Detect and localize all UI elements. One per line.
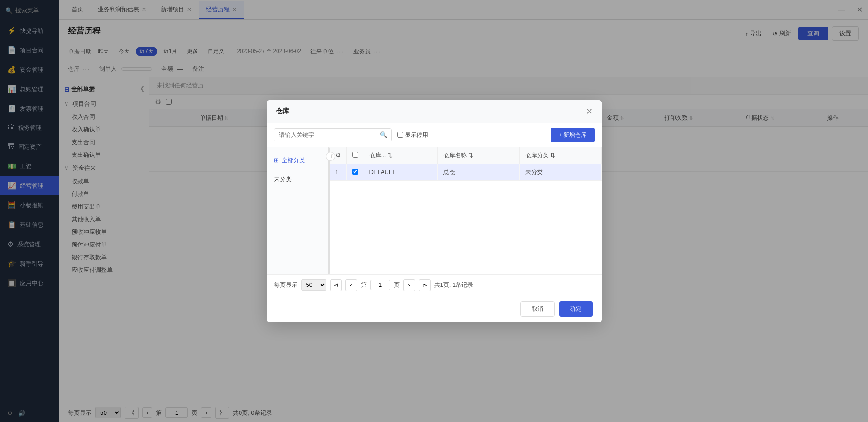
dialog-sidebar-scrollbar[interactable] (328, 147, 330, 274)
dialog-col-checkbox (346, 147, 364, 164)
dialog-prev-page[interactable]: ‹ (345, 279, 357, 291)
dialog-last-page[interactable]: ⊳ (419, 279, 431, 291)
row-code: DEFAULT (364, 164, 437, 180)
dialog-toolbar: 🔍 显示停用 + 新增仓库 (267, 123, 602, 147)
search-input-wrap: 🔍 (274, 128, 392, 141)
search-icon: 🔍 (380, 131, 388, 138)
dialog-page-input[interactable] (370, 280, 390, 290)
dialog-total-text: 共1页, 1条记录 (434, 281, 474, 289)
dialog-table-area: ⚙ 仓库... ⇅ 仓库名称 ⇅ 仓库分类 ⇅ 1 (330, 147, 602, 274)
dialog-page-suffix: 页 (394, 281, 400, 289)
confirm-label: 确定 (570, 306, 582, 312)
row-checkbox[interactable] (346, 164, 364, 180)
cancel-label: 取消 (532, 306, 543, 312)
unclassified-item[interactable]: 未分类 (267, 171, 330, 188)
dialog-select-all[interactable] (352, 152, 358, 158)
show-disabled-label[interactable]: 显示停用 (397, 131, 428, 139)
row-name: 总仓 (437, 164, 519, 180)
dialog-page-label: 第 (361, 281, 367, 289)
dialog-col-code[interactable]: 仓库... ⇅ (364, 147, 437, 164)
show-disabled-checkbox[interactable] (397, 132, 403, 138)
warehouse-dialog: 仓库 ✕ 🔍 显示停用 + 新增仓库 ⊞ (267, 100, 602, 322)
all-category-label: 全部分类 (282, 156, 305, 165)
dialog-col-category[interactable]: 仓库分类 ⇅ (519, 147, 601, 164)
dialog-confirm-button[interactable]: 确定 (559, 301, 593, 317)
warehouse-search-input[interactable] (274, 129, 376, 141)
dialog-title: 仓库 (276, 107, 289, 116)
dialog-first-page[interactable]: ⊲ (330, 279, 342, 291)
unclassified-label: 未分类 (274, 175, 292, 184)
dialog-sidebar-all-category[interactable]: ⊞ 全部分类 (267, 152, 330, 169)
dialog-col-name[interactable]: 仓库名称 ⇅ (437, 147, 519, 164)
dialog-body: 🔍 显示停用 + 新增仓库 ⊞ 全部分类 《 (267, 123, 602, 296)
dialog-next-page[interactable]: › (403, 279, 415, 291)
dialog-content: ⊞ 全部分类 《 未分类 ⚙ (267, 147, 602, 274)
warehouse-table-row[interactable]: 1 DEFAULT 总仓 未分类 (330, 164, 602, 180)
dialog-page-size-select[interactable]: 50 20 100 (301, 279, 326, 291)
dialog-sidebar-collapse-btn[interactable]: 《 (326, 152, 335, 161)
dialog-pagination: 每页显示 50 20 100 ⊲ ‹ 第 页 › ⊳ 共1页, 1条记录 (267, 274, 602, 296)
warehouse-table: ⚙ 仓库... ⇅ 仓库名称 ⇅ 仓库分类 ⇅ 1 (330, 147, 602, 181)
dialog-close-button[interactable]: ✕ (586, 107, 593, 116)
add-warehouse-button[interactable]: + 新增仓库 (551, 128, 594, 142)
dialog-footer: 取消 确定 (267, 296, 602, 322)
row-category: 未分类 (519, 164, 601, 180)
row-select-checkbox[interactable] (352, 169, 358, 175)
row-seq: 1 (330, 164, 347, 180)
show-disabled-text: 显示停用 (405, 131, 428, 139)
dialog-page-size-label: 每页显示 (274, 281, 297, 289)
warehouse-search-button[interactable]: 🔍 (376, 131, 391, 138)
dialog-category-sidebar: ⊞ 全部分类 《 未分类 (267, 147, 330, 274)
dialog-sidebar-unclassified[interactable]: 未分类 (267, 171, 330, 188)
grid-icon: ⊞ (274, 157, 279, 164)
dialog-header: 仓库 ✕ (267, 100, 602, 123)
add-warehouse-label: + 新增仓库 (558, 131, 587, 139)
dialog-cancel-button[interactable]: 取消 (520, 301, 555, 317)
